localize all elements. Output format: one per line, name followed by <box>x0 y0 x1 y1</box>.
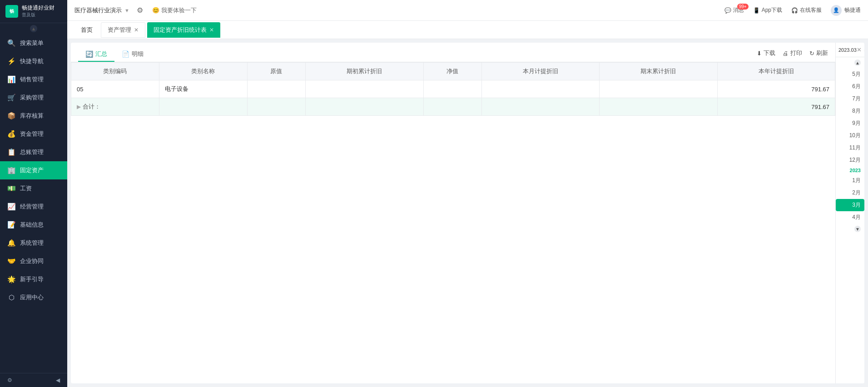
company-selector[interactable]: 医疗器械行业演示 ▼ <box>74 6 129 15</box>
settings-icon[interactable]: ⚙ <box>7 377 12 383</box>
sidebar-label-payroll: 工资 <box>20 184 32 193</box>
date-month-6[interactable]: 6月 <box>836 80 864 93</box>
toolbar-actions: ⬇ 下载 🖨 打印 ↻ 刷新 <box>757 49 828 60</box>
tab-assets-mgmt-close-icon[interactable]: ✕ <box>134 27 139 33</box>
sidebar-icon-quicknav: ⚡ <box>7 57 15 65</box>
date-sidebar-title: 2023.03 <box>838 47 857 53</box>
col-name: 类别名称 <box>159 63 247 80</box>
sidebar-item-search[interactable]: 🔍 搜索菜单 <box>0 34 67 52</box>
date-2023-month-3[interactable]: 3月 <box>836 199 864 211</box>
app-edition: 普及版 <box>22 12 55 18</box>
total-expand-icon: ▶ <box>77 104 81 110</box>
sidebar-item-ledger[interactable]: 📋 总账管理 <box>0 143 67 161</box>
tab-depreciation-label: 固定资产折旧统计表 <box>154 26 207 34</box>
date-2023-month-3-label: 3月 <box>852 201 861 209</box>
sidebar-label-basics: 基础信息 <box>20 221 44 229</box>
sidebar-item-basics[interactable]: 📝 基础信息 <box>0 216 67 234</box>
date-month-6-label: 6月 <box>852 83 861 90</box>
print-button[interactable]: 🖨 打印 <box>783 49 802 57</box>
date-nav-up[interactable]: ▲ <box>836 57 864 68</box>
experience-button[interactable]: 😊 我要体验一下 <box>152 6 197 15</box>
subtab-summary[interactable]: 🔄 汇总 <box>78 47 114 62</box>
date-sidebar-close-icon[interactable]: ✕ <box>857 46 862 53</box>
sidebar-label-inventory: 库存核算 <box>20 112 44 120</box>
col-init-accum: 期初累计折旧 <box>306 63 423 80</box>
date-month-9[interactable]: 9月 <box>836 117 864 129</box>
date-month-10[interactable]: 10月 <box>836 129 864 142</box>
date-month-7[interactable]: 7月 <box>836 93 864 105</box>
cell-month-depr <box>481 80 599 98</box>
date-sidebar-expand-icon[interactable]: ⤢ <box>863 46 864 53</box>
cell-name: 电子设备 <box>159 80 247 98</box>
sidebar-label-assets: 固定资产 <box>20 166 44 174</box>
tab-assets-mgmt-label: 资产管理 <box>108 26 131 34</box>
date-2023-month-4[interactable]: 4月 <box>836 211 864 223</box>
total-name-cell <box>159 98 247 116</box>
tab-depreciation[interactable]: 固定资产折旧统计表 ✕ <box>147 22 220 38</box>
date-month-9-label: 9月 <box>852 119 861 127</box>
col-net: 净值 <box>423 63 481 80</box>
total-year-depr-cell: 791.67 <box>717 98 835 116</box>
total-label-text: 合计： <box>83 103 100 111</box>
app-download-button[interactable]: 📱 App下载 <box>753 6 782 14</box>
cell-year-depr: 791.67 <box>717 80 835 98</box>
sidebar-icon-basics: 📝 <box>7 221 15 229</box>
date-month-11[interactable]: 11月 <box>836 142 864 154</box>
scroll-up-indicator[interactable]: ▲ <box>0 23 67 34</box>
date-month-12[interactable]: 12月 <box>836 154 864 166</box>
date-2023-month-1[interactable]: 1月 <box>836 174 864 187</box>
sidebar-item-purchase[interactable]: 🛒 采购管理 <box>0 89 67 107</box>
sidebar-item-guide[interactable]: 🌟 新手引导 <box>0 270 67 288</box>
sidebar: 畅 畅捷通好业财 普及版 ▲ 🔍 搜索菜单 ⚡ 快捷导航 📊 销售管理 🛒 采购… <box>0 0 67 387</box>
download-button[interactable]: ⬇ 下载 <box>757 49 775 57</box>
date-nav-down[interactable]: ▼ <box>836 223 864 234</box>
sidebar-item-quicknav[interactable]: ⚡ 快捷导航 <box>0 52 67 70</box>
app-logo: 畅 <box>5 5 18 18</box>
sidebar-label-collab: 企业协同 <box>20 257 44 265</box>
refresh-button[interactable]: ↻ 刷新 <box>809 49 828 57</box>
tab-home[interactable]: 首页 <box>74 22 99 38</box>
experience-icon: 😊 <box>152 7 159 14</box>
sidebar-item-system[interactable]: 🔔 系统管理 <box>0 234 67 252</box>
topbar: 医疗器械行业演示 ▼ ⚙ 😊 我要体验一下 💬 消息 99+ 📱 App下载 🎧… <box>67 0 868 21</box>
subtab-detail[interactable]: 📄 明细 <box>114 47 151 62</box>
date-month-5[interactable]: 5月 <box>836 68 864 80</box>
tab-assets-mgmt[interactable]: 资产管理 ✕ <box>101 22 145 38</box>
app-name-block: 畅捷通好业财 普及版 <box>22 5 55 18</box>
user-menu[interactable]: 👤 畅捷通 <box>831 5 861 16</box>
date-month-7-label: 7月 <box>852 95 861 103</box>
sidebar-item-payroll[interactable]: 💵 工资 <box>0 179 67 198</box>
print-icon: 🖨 <box>783 50 789 57</box>
table-container: 类别编码 类别名称 原值 期初累计折旧 净值 本月计提折旧 期末累计折旧 本年计… <box>71 62 835 383</box>
tab-home-label: 首页 <box>81 26 93 34</box>
sidebar-label-purchase: 采购管理 <box>20 94 44 102</box>
date-2023-month-2[interactable]: 2月 <box>836 187 864 199</box>
sidebar-icon-assets: 🏢 <box>7 166 15 174</box>
sidebar-item-assets[interactable]: 🏢 固定资产 <box>0 161 67 179</box>
sidebar-item-sales[interactable]: 📊 销售管理 <box>0 70 67 89</box>
download-icon: ⬇ <box>757 50 762 57</box>
cell-net <box>423 80 481 98</box>
app-label: App下载 <box>762 6 782 14</box>
date-month-10-label: 10月 <box>849 132 861 139</box>
sidebar-item-apps[interactable]: ⬡ 应用中心 <box>0 288 67 307</box>
sidebar-item-ops[interactable]: 📈 经营管理 <box>0 198 67 216</box>
topbar-settings-icon[interactable]: ⚙ <box>137 6 143 15</box>
collapse-icon[interactable]: ◀ <box>56 377 60 383</box>
sidebar-icon-collab: 🤝 <box>7 257 15 265</box>
year-2023-label: 2023 <box>836 166 864 174</box>
tab-depreciation-close-icon[interactable]: ✕ <box>209 27 214 33</box>
messages-button[interactable]: 💬 消息 99+ <box>724 6 744 14</box>
date-month-8[interactable]: 8月 <box>836 105 864 117</box>
refresh-label: 刷新 <box>816 49 828 57</box>
sidebar-item-finance[interactable]: 💰 资金管理 <box>0 125 67 143</box>
sidebar-item-inventory[interactable]: 📦 库存核算 <box>0 107 67 125</box>
col-year-depr: 本年计提折旧 <box>717 63 835 80</box>
date-month-11-label: 11月 <box>849 144 861 152</box>
subtab-detail-icon: 📄 <box>122 50 129 58</box>
support-button[interactable]: 🎧 在线客服 <box>791 6 822 14</box>
col-month-depr: 本月计提折旧 <box>481 63 599 80</box>
sidebar-item-collab[interactable]: 🤝 企业协同 <box>0 252 67 270</box>
sidebar-footer: ⚙ ◀ <box>0 373 67 387</box>
download-label: 下载 <box>764 49 775 57</box>
